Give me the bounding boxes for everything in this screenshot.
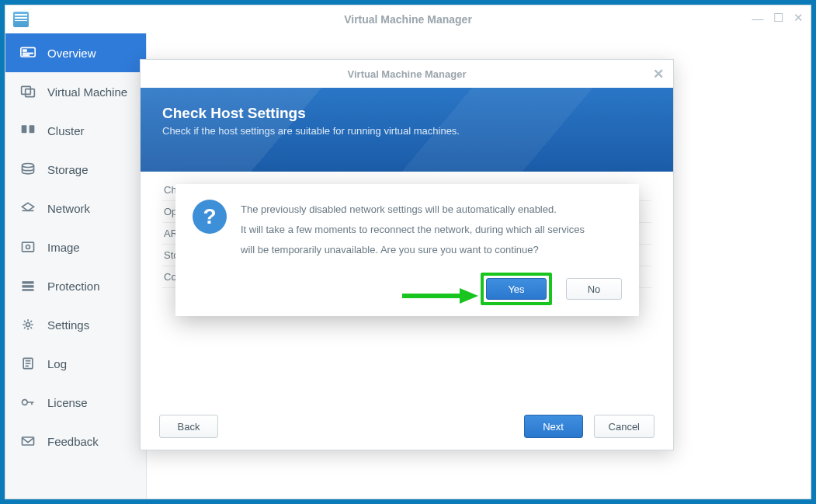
- sidebar-item-storage[interactable]: Storage: [5, 150, 146, 189]
- confirm-line: The previously disabled network settings…: [241, 200, 585, 220]
- sidebar-item-log[interactable]: Log: [5, 344, 146, 383]
- back-button[interactable]: Back: [159, 415, 218, 438]
- confirm-text: The previously disabled network settings…: [241, 200, 585, 268]
- sidebar-item-protection[interactable]: Protection: [5, 266, 146, 305]
- envelope-icon: [19, 434, 36, 448]
- vm-icon: [19, 85, 36, 99]
- svg-rect-1: [23, 50, 26, 52]
- protection-icon: [19, 279, 36, 293]
- confirm-line: will be temporarily unavailable. Are you…: [241, 240, 585, 260]
- svg-point-10: [26, 245, 30, 249]
- key-icon: [19, 395, 36, 409]
- sidebar-item-label: Protection: [47, 280, 100, 293]
- gear-icon: [19, 318, 36, 332]
- main-window-title: Virtual Machine Manager: [5, 13, 811, 26]
- cancel-button[interactable]: Cancel: [594, 415, 655, 438]
- svg-rect-12: [23, 285, 34, 287]
- main-titlebar: Virtual Machine Manager — ☐ ✕: [5, 5, 811, 33]
- svg-point-8: [23, 164, 34, 168]
- svg-rect-6: [22, 125, 27, 133]
- sidebar-item-label: Virtual Machine: [47, 85, 127, 99]
- sidebar-item-label: Log: [47, 357, 67, 370]
- no-button[interactable]: No: [566, 278, 622, 300]
- yes-button[interactable]: Yes: [486, 278, 547, 300]
- app-icon: [13, 12, 29, 27]
- minimize-button[interactable]: —: [752, 12, 764, 24]
- window-controls: — ☐ ✕: [752, 12, 804, 24]
- sidebar-item-label: License: [47, 396, 88, 409]
- sidebar: Overview Virtual Machine Cluster Storage: [5, 33, 147, 499]
- svg-rect-13: [23, 289, 34, 291]
- sidebar-item-label: Network: [47, 202, 90, 215]
- confirm-buttons: Yes No: [193, 268, 622, 305]
- svg-point-14: [26, 323, 30, 327]
- sidebar-item-label: Image: [47, 241, 80, 254]
- svg-point-19: [23, 400, 28, 405]
- wizard-banner: Check Host Settings Check if the host se…: [141, 88, 673, 172]
- sidebar-item-virtual-machine[interactable]: Virtual Machine: [5, 72, 146, 111]
- svg-rect-9: [23, 242, 34, 252]
- next-button[interactable]: Next: [524, 415, 583, 438]
- yes-highlight-annotation: Yes: [481, 273, 552, 305]
- wizard-footer: Back Next Cancel: [141, 403, 673, 450]
- wizard-subheading: Check if the host settings are suitable …: [162, 125, 651, 137]
- network-icon: [19, 201, 36, 215]
- sidebar-item-label: Overview: [47, 47, 96, 60]
- question-icon: ?: [193, 200, 227, 234]
- svg-rect-11: [23, 281, 34, 283]
- sidebar-item-overview[interactable]: Overview: [5, 33, 146, 72]
- wizard-title: Virtual Machine Manager: [348, 68, 467, 80]
- storage-icon: [19, 162, 36, 176]
- sidebar-item-cluster[interactable]: Cluster: [5, 111, 146, 150]
- svg-rect-3: [23, 55, 29, 56]
- wizard-heading: Check Host Settings: [162, 105, 651, 122]
- cluster-icon: [19, 123, 36, 137]
- confirm-line: It will take a few moments to reconnect …: [241, 220, 585, 240]
- confirm-dialog: ? The previously disabled network settin…: [175, 184, 639, 316]
- maximize-button[interactable]: ☐: [772, 12, 784, 24]
- confirm-content: ? The previously disabled network settin…: [193, 200, 622, 268]
- sidebar-item-label: Settings: [47, 318, 89, 332]
- sidebar-item-license[interactable]: License: [5, 383, 146, 422]
- svg-rect-7: [30, 125, 35, 133]
- sidebar-item-label: Cluster: [47, 124, 85, 137]
- overview-icon: [19, 46, 36, 60]
- sidebar-item-network[interactable]: Network: [5, 189, 146, 228]
- svg-rect-20: [23, 437, 34, 445]
- image-icon: [19, 240, 36, 254]
- close-button[interactable]: ✕: [792, 12, 804, 24]
- sidebar-item-label: Feedback: [47, 435, 99, 448]
- sidebar-item-feedback[interactable]: Feedback: [5, 422, 146, 461]
- sidebar-item-label: Storage: [47, 163, 89, 176]
- wizard-titlebar: Virtual Machine Manager ✕: [141, 60, 673, 88]
- sidebar-item-image[interactable]: Image: [5, 228, 146, 266]
- log-icon: [19, 356, 36, 370]
- svg-rect-2: [23, 53, 33, 54]
- sidebar-item-settings[interactable]: Settings: [5, 305, 146, 344]
- wizard-close-button[interactable]: ✕: [653, 66, 664, 82]
